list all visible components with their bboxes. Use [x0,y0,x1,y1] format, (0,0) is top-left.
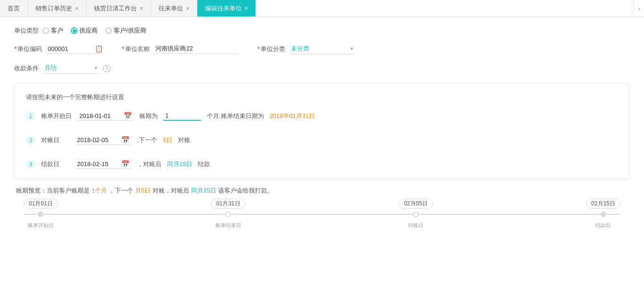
unit-code-field: *单位编码 📋 [14,44,103,54]
step-3-highlight: 同月15日 [167,160,192,169]
tab-edit-partner[interactable]: 编辑往来单位 × [197,0,256,17]
step-1-end-date: 2018年01月31日 [270,112,315,120]
preview-part2: 月5日 [135,187,151,194]
step-3-calendar-icon[interactable]: 📅 [121,160,129,168]
step-3-row: 3 结款日 📅 ，对账后 同月15日 结款 [26,159,618,169]
radio-customer-label: 客户 [51,26,63,35]
radio-both[interactable]: 客户/供应商 [105,26,146,35]
tab-cashier-close[interactable]: × [140,5,143,12]
step-3-suffix: ，对账后 [137,160,161,169]
step-1-num: 1 [26,111,35,121]
payment-condition-field: 收款条件 月结 ▾ ? [14,63,110,74]
tab-sales-history-close[interactable]: × [75,5,78,12]
timeline: 01月01日 账单开始日 01月31日 账单结束日 02月05日 对账日 02月… [14,206,630,235]
timeline-point-2: 02月05日 对账日 [398,212,433,229]
tl-dot-2 [413,211,419,217]
unit-category-star: * [257,45,260,52]
timeline-point-1: 01月31日 账单结束日 [211,212,246,229]
step-1-calendar-icon[interactable]: 📅 [124,112,132,119]
main-content: 单位类型 客户 供应商 客户/供应商 *单位编码 [0,17,644,287]
unit-code-input[interactable] [46,44,93,53]
preview-suffix: 该客户会给我打款。 [218,187,273,194]
tl-sublabel-1: 账单结束日 [215,222,241,229]
preview-part1: 1个月 [92,187,107,194]
radio-both-label: 客户/供应商 [114,26,146,35]
payment-condition-select[interactable]: 月结 ▾ [42,63,99,74]
tab-partners[interactable]: 往来单位 × [151,0,197,17]
tab-partners-close[interactable]: × [186,5,189,12]
tab-sales-history[interactable]: 销售订单历史 × [28,0,86,17]
preview-part3: 同月15日 [191,187,216,194]
timeline-point-0: 01月01日 账单开始日 [24,212,58,229]
unit-name-star: * [122,45,124,52]
tab-edit-partner-label: 编辑往来单位 [205,4,242,13]
radio-supplier-circle [71,27,77,34]
tab-cashier[interactable]: 钱货日清工作台 × [86,0,151,17]
preview-section: 账期预览：当前客户账期是 1个月 ，下一个 月5日 对账，对账后 同月15日 该… [14,186,630,195]
step-1-row: 1 账单开始日 📅 账期为 个月,账单结束日期为 2018年01月31日 [26,111,618,121]
step-2-date-wrap: 📅 [75,135,131,145]
tl-dot-0 [38,211,43,217]
unit-category-select[interactable]: 未分类 ▾ [289,43,355,54]
step-2-highlight: 5日 [163,136,172,144]
unit-name-input[interactable] [153,44,238,54]
step-1-label: 账单开始日 [41,112,72,120]
payment-condition-value: 月结 [44,64,93,72]
tl-label-2: 02月05日 [398,199,433,209]
radio-supplier-label: 供应商 [79,26,98,35]
step-2-suffix2: 对账 [178,136,190,144]
tl-label-1: 01月31日 [211,199,246,209]
tab-sales-history-label: 销售订单历史 [35,4,72,13]
radio-customer[interactable]: 客户 [42,26,63,35]
step-1-period-input[interactable] [163,111,201,121]
tl-sublabel-3: 结款日 [595,222,611,229]
unit-type-radio-group: 客户 供应商 客户/供应商 [42,26,146,35]
step-3-date-wrap: 📅 [75,159,131,169]
step-1-date-input[interactable] [79,112,122,119]
unit-code-input-wrap: 📋 [46,44,103,54]
tl-sublabel-0: 账单开始日 [28,222,54,229]
unit-code-star: * [14,45,17,52]
unit-category-field: *单位分类 未分类 ▾ [257,43,355,54]
step-2-date-input[interactable] [77,136,119,144]
timeline-point-3: 02月15日 结款日 [586,212,620,229]
tab-cashier-label: 钱货日清工作台 [94,4,137,13]
unit-name-field: *单位名称 [122,44,238,54]
tl-dot-3 [601,211,606,217]
radio-customer-circle [42,27,49,34]
tl-dot-1 [225,211,231,217]
unit-type-label: 单位类型 [14,26,39,35]
calendar-icon-code[interactable]: 📋 [95,45,103,52]
tab-home-label: 首页 [8,4,20,13]
unit-code-label: *单位编码 [14,45,42,53]
step-2-label: 对账日 [41,136,69,144]
timeline-points: 01月01日 账单开始日 01月31日 账单结束日 02月05日 对账日 02月… [24,212,620,229]
payment-condition-row: 收款条件 月结 ▾ ? [14,63,630,74]
unit-info-row: *单位编码 📋 *单位名称 *单位分类 未分类 ▾ [14,43,630,54]
step-2-row: 2 对账日 📅 ,下一个 5日 对账 [26,135,618,145]
step-3-num: 3 [26,160,35,169]
settings-card: 请按照未来的一个完整帐期进行设置 1 账单开始日 📅 账期为 个月,账单结束日期… [14,83,630,179]
tab-edit-partner-close[interactable]: × [245,5,248,12]
unit-category-value: 未分类 [291,44,348,53]
help-icon[interactable]: ? [103,65,110,72]
payment-condition-arrow: ▾ [94,65,97,71]
tabs-bar: 首页 销售订单历史 × 钱货日清工作台 × 往来单位 × 编辑往来单位 × › [0,0,644,17]
preview-middle1: ，下一个 [109,187,133,194]
step-1-suffix: 账期为 [139,112,158,120]
tab-home[interactable]: 首页 [0,0,28,17]
unit-name-label: *单位名称 [122,45,150,53]
step-3-date-input[interactable] [77,160,119,168]
preview-middle2: 对账，对账后 [153,187,189,194]
tab-partners-label: 往来单位 [159,4,183,13]
payment-condition-label: 收款条件 [14,64,39,73]
step-3-suffix2: 结款 [198,160,210,169]
radio-supplier[interactable]: 供应商 [71,26,98,35]
step-2-calendar-icon[interactable]: 📅 [121,136,129,144]
tl-label-3: 02月15日 [586,199,620,209]
unit-type-field: 单位类型 客户 供应商 客户/供应商 [14,26,146,35]
radio-both-circle [105,27,112,34]
tabs-scroll-arrow[interactable]: › [634,0,644,17]
preview-prefix: 账期预览：当前客户账期是 [16,187,90,194]
card-title: 请按照未来的一个完整帐期进行设置 [26,93,618,101]
